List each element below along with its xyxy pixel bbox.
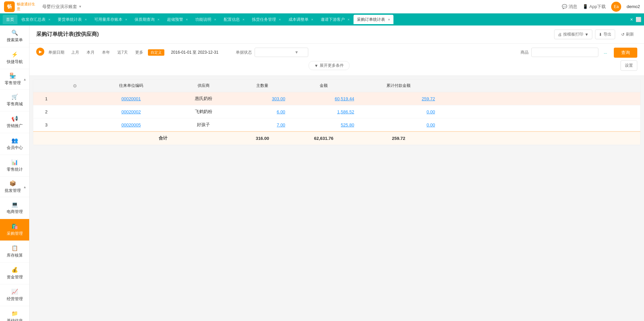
export-label: 导出	[603, 32, 611, 37]
tab-1[interactable]: 要货单统计表 ×	[54, 15, 90, 24]
tab-close-10[interactable]: ×	[388, 17, 390, 21]
quick-nav-icon: ⚡	[11, 51, 18, 58]
tab-close-6[interactable]: ×	[243, 17, 245, 21]
sidebar-item-finance[interactable]: 💰 资金管理	[0, 263, 29, 284]
nav-tabs: 首页 收发存汇总表 × 要货单统计表 × 可用量库存账本 × 保质期查询 × 超…	[0, 13, 644, 25]
tab-close-5[interactable]: ×	[214, 17, 216, 21]
page-title: 采购订单统计表(按供应商)	[36, 31, 99, 38]
window-close-icon[interactable]: ×	[630, 17, 633, 22]
query-button[interactable]: 查询	[614, 48, 637, 58]
member-icon: 👥	[11, 137, 18, 144]
sidebar-item-member[interactable]: 👥 会员中心	[0, 133, 29, 155]
sidebar: 🔍 搜索菜单 ⚡ 快捷导航 🏪 零售管理 ▲ 🛒 零售商城 📢 营销推广 👥 会…	[0, 25, 30, 321]
cell-amount[interactable]: 1,586.52	[289, 105, 358, 118]
cell-unit-code[interactable]: 00020005	[91, 118, 171, 132]
print-button[interactable]: 🖨 按模板打印 ▼	[554, 30, 592, 39]
sidebar-item-marketing[interactable]: 📢 营销推广	[0, 111, 29, 133]
column-settings-icon[interactable]: ⚙	[73, 83, 77, 89]
tab-0[interactable]: 收发存汇总表 ×	[18, 15, 54, 24]
cell-quantity[interactable]: 303.00	[235, 92, 289, 105]
tab-label-9: 邀请下游客户	[321, 17, 345, 22]
tab-close-4[interactable]: ×	[186, 17, 188, 21]
tab-7[interactable]: 拣货任务管理 ×	[249, 15, 284, 24]
cell-unit-code[interactable]: 00020001	[91, 92, 171, 105]
cell-amount[interactable]: 60,519.44	[289, 92, 358, 105]
settings-button[interactable]: 设置	[621, 60, 637, 71]
tab-label-4: 超储预警	[167, 17, 183, 22]
username: demo2	[627, 4, 640, 9]
wholesale-arrow-icon: ▲	[23, 185, 26, 189]
tab-label-10: 采购订单统计表	[357, 17, 385, 22]
tab-close-2[interactable]: ×	[125, 17, 127, 21]
sidebar-item-operations[interactable]: 📈 经营管理	[0, 284, 29, 306]
sidebar-item-retail-mgmt[interactable]: 🏪 零售管理 ▲	[0, 69, 29, 90]
filter-toggle-button[interactable]: ▶	[36, 48, 44, 56]
header-row: ⚙ 往来单位编码 供应商 主数量 金额 累计付款金额	[33, 79, 640, 92]
search-icon: 🔍	[11, 30, 18, 36]
table-row[interactable]: 2 00020002 飞鹤奶粉 6.00 1,586.52 0.00	[33, 105, 640, 118]
date-this-month-button[interactable]: 本月	[84, 49, 97, 56]
workspace-selector[interactable]: 母婴行业演示账套 ▼	[40, 2, 85, 11]
tab-6[interactable]: 配置信息 ×	[220, 15, 248, 24]
cell-unit-code[interactable]: 00020002	[91, 105, 171, 118]
table-row[interactable]: 1 00020001 惠氏奶粉 303.00 60,519.44 259.72	[33, 92, 640, 105]
export-button[interactable]: ⬇ 导出	[595, 30, 615, 39]
sidebar-item-ecommerce[interactable]: 💻 电商管理	[0, 197, 29, 219]
user-avatar[interactable]: Ea	[611, 2, 621, 12]
sidebar-item-quick-nav[interactable]: ⚡ 快捷导航	[0, 47, 29, 69]
date-7days-button[interactable]: 近7天	[115, 49, 130, 56]
cell-supplier: 惠氏奶粉	[171, 92, 235, 105]
footer-empty1	[33, 131, 59, 145]
cell-paid[interactable]: 0.00	[358, 105, 439, 118]
cell-quantity[interactable]: 6.00	[235, 105, 289, 118]
goods-more-button[interactable]: ...	[601, 49, 610, 56]
sidebar-item-retail-stats[interactable]: 📊 零售统计	[0, 155, 29, 177]
tab-close-3[interactable]: ×	[157, 17, 159, 21]
sidebar-item-search[interactable]: 🔍 搜索菜单	[0, 25, 29, 47]
sidebar-item-retail-shop[interactable]: 🛒 零售商城	[0, 90, 29, 111]
tab-close-8[interactable]: ×	[311, 17, 313, 21]
expand-more-button[interactable]: ▼ 展开更多条件	[309, 61, 350, 70]
date-last-month-button[interactable]: 上月	[68, 49, 82, 56]
table-row[interactable]: 3 00020005 好孩子 7.00 525.80 0.00	[33, 118, 640, 132]
tab-10[interactable]: 采购订单统计表 ×	[354, 15, 393, 24]
tab-3[interactable]: 保质期查询 ×	[131, 15, 163, 24]
app-download-label: App下载	[589, 4, 606, 10]
date-this-year-button[interactable]: 本年	[99, 49, 113, 56]
cell-paid[interactable]: 259.72	[358, 92, 439, 105]
status-select[interactable]: ▼	[255, 48, 308, 57]
cell-paid[interactable]: 0.00	[358, 118, 439, 132]
tab-2[interactable]: 可用量库存账本 ×	[91, 15, 130, 24]
refresh-button[interactable]: ↺ 刷新	[618, 30, 637, 39]
tab-5[interactable]: 功能说明 ×	[192, 15, 219, 24]
col-header-unit-code: 往来单位编码	[91, 79, 171, 92]
tab-home[interactable]: 首页	[3, 15, 17, 24]
tab-9[interactable]: 邀请下游客户 ×	[317, 15, 353, 24]
tab-close-1[interactable]: ×	[85, 17, 87, 21]
inventory-icon: 📋	[11, 245, 18, 251]
date-more-button[interactable]: 更多	[132, 49, 146, 56]
tab-close-0[interactable]: ×	[48, 17, 50, 21]
message-button[interactable]: 💬 消息	[562, 4, 577, 10]
tab-8[interactable]: 成本调整单 ×	[285, 15, 317, 24]
operations-icon: 📈	[11, 288, 18, 295]
sidebar-item-purchase[interactable]: 🛍️ 采购管理	[0, 219, 29, 241]
tab-close-7[interactable]: ×	[279, 17, 281, 21]
sidebar-item-basic-info[interactable]: 📁 基础信息	[0, 306, 29, 321]
cell-amount[interactable]: 525.80	[289, 118, 358, 132]
window-maximize-icon[interactable]: ⬜	[636, 17, 641, 22]
col-header-extra	[439, 79, 640, 92]
col-header-supplier: 供应商	[171, 79, 235, 92]
sidebar-item-wholesale[interactable]: 📦 批发管理 ▲	[0, 177, 29, 197]
tab-4[interactable]: 超储预警 ×	[164, 15, 191, 24]
sidebar-label-retail-stats: 零售统计	[7, 167, 23, 172]
logo-area: 畅 畅捷通好生意	[4, 1, 37, 12]
app-download-button[interactable]: 📱 App下载	[583, 4, 606, 10]
sidebar-item-inventory[interactable]: 📋 库存核算	[0, 241, 29, 263]
sidebar-label-inventory: 库存核算	[7, 253, 23, 258]
tab-close-9[interactable]: ×	[347, 17, 350, 21]
goods-search-input[interactable]	[531, 48, 598, 57]
cell-quantity[interactable]: 7.00	[235, 118, 289, 132]
date-filter-label: 单据日期	[48, 50, 64, 55]
message-label: 消息	[569, 4, 577, 10]
